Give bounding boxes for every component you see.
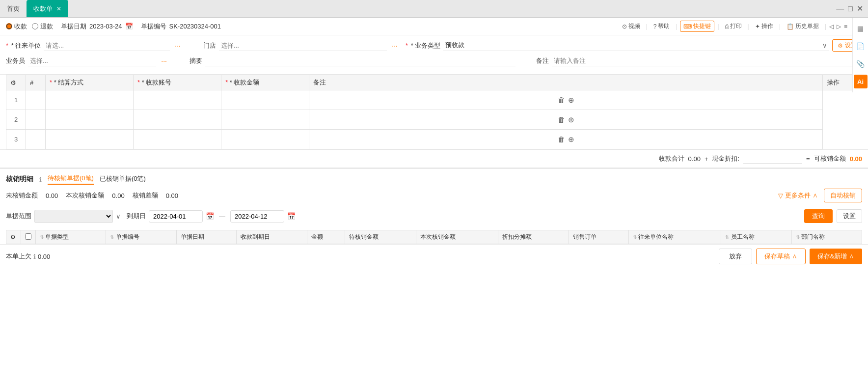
operate-btn[interactable]: ✦ 操作	[752, 21, 776, 31]
store-more-icon[interactable]: ···	[390, 42, 400, 50]
calendar-icon[interactable]: 📅	[125, 23, 133, 30]
discount-input[interactable]	[743, 154, 802, 164]
main-content: 收款 退款 单据日期 2023-03-24 📅 单据编号 SK-20230324…	[0, 18, 868, 391]
salesperson-field: 业务员 ···	[6, 56, 169, 66]
sidebar-doc-icon[interactable]: 📄	[854, 39, 868, 53]
sidebar-table-icon[interactable]: ▦	[854, 22, 868, 35]
nav-prev-icon[interactable]: ◁	[829, 23, 834, 30]
radio-refund[interactable]: 退款	[32, 22, 53, 31]
video-btn[interactable]: ⊙ 视频	[619, 21, 643, 31]
net-value: 0.00	[850, 155, 862, 163]
row3-copy-icon[interactable]: ⊕	[568, 135, 574, 144]
stat-this-label: 本次核销金额	[66, 191, 104, 200]
history-btn[interactable]: 📋 历史单据	[784, 21, 822, 31]
salesperson-more-icon[interactable]: ···	[159, 57, 169, 65]
select-all-checkbox[interactable]	[25, 233, 31, 240]
abandon-btn[interactable]: 放弃	[719, 249, 752, 264]
row1-settlement[interactable]	[26, 90, 46, 110]
maximize-icon[interactable]: □	[848, 4, 853, 13]
print-btn[interactable]: ⎙ 打印	[722, 21, 745, 31]
calendar-from-icon[interactable]: 📅	[206, 212, 214, 220]
bottom-table-wrap: ⚙ ⇅ 单据类型 ⇅ 单据编号	[6, 230, 862, 244]
row2-remarks[interactable]	[221, 110, 309, 130]
hx-tab-pending[interactable]: 待核销单据(0笔)	[48, 174, 94, 185]
list-icon[interactable]: ≡	[844, 23, 847, 30]
row3-amount[interactable]	[134, 130, 221, 149]
date-from-input[interactable]	[149, 210, 203, 223]
row2-copy-icon[interactable]: ⊕	[568, 115, 574, 124]
row2-delete-icon[interactable]: 🗑	[558, 115, 565, 124]
row2-amount[interactable]	[134, 110, 221, 130]
sidebar-ai-icon[interactable]: Ai	[854, 75, 868, 88]
business-type-label: * * 业务类型	[406, 41, 440, 50]
row1-amount[interactable]	[134, 90, 221, 110]
help-btn[interactable]: ? 帮助	[651, 21, 673, 31]
tab-close-icon[interactable]: ✕	[56, 5, 61, 12]
sidebar-attach-icon[interactable]: 📎	[854, 57, 868, 71]
close-icon[interactable]: ✕	[857, 4, 863, 13]
salesperson-input[interactable]	[28, 56, 156, 66]
counterparty-label: * * 往来单位	[6, 41, 41, 50]
range-select[interactable]	[34, 210, 113, 223]
chevron-down-icon: ∨	[822, 42, 827, 49]
btcol-docdate: 单据日期	[176, 230, 236, 244]
info-icon: ℹ	[33, 253, 36, 260]
bt-gear-icon[interactable]: ⚙	[10, 234, 16, 241]
row2-settlement[interactable]	[26, 110, 46, 130]
row1-account[interactable]	[46, 90, 134, 110]
date-dash: —	[217, 213, 227, 220]
remarks-label: 备注	[536, 56, 549, 65]
footer: 本单上欠 ℹ 0.00 放弃 保存草稿 ∧ 保存&新增 ∧	[0, 244, 868, 268]
table-gear-icon[interactable]: ⚙	[10, 79, 16, 86]
btcol-duedate: 收款到期日	[236, 230, 307, 244]
filter-settings-btn[interactable]: 设置	[837, 209, 862, 223]
help-label: 帮助	[658, 22, 670, 30]
radio-refund-input[interactable]	[32, 23, 38, 29]
net-label: 可核销金额	[814, 154, 846, 163]
btcol-amount: 金额	[307, 230, 345, 244]
date-to-input[interactable]	[230, 210, 284, 223]
remarks-input[interactable]	[552, 56, 862, 66]
business-type-select-wrap[interactable]: 预收款 ∨	[443, 40, 829, 51]
filter-icon: ▽	[778, 192, 783, 199]
auto-cancel-btn[interactable]: 自动核销	[824, 189, 862, 202]
store-input[interactable]	[219, 40, 387, 51]
stat-this-value: 0.00	[112, 192, 124, 199]
query-btn[interactable]: 查询	[804, 209, 833, 223]
save-draft-btn[interactable]: 保存草稿 ∧	[756, 249, 806, 264]
form-row-2: 业务员 ··· 摘要 备注	[6, 56, 862, 66]
row1-remarks[interactable]	[221, 90, 309, 110]
hx-tab-done[interactable]: 已核销单据(0笔)	[100, 174, 146, 184]
shortcut-btn[interactable]: ⌨ 快捷键	[680, 21, 714, 32]
window-controls: — □ ✕	[836, 4, 868, 13]
table-row: 3 🗑 ⊕	[6, 130, 862, 149]
row1-copy-icon[interactable]: ⊕	[568, 96, 574, 105]
total-value: 0.00	[688, 155, 701, 163]
radio-receipt-input[interactable]	[6, 23, 12, 29]
row3-delete-icon[interactable]: 🗑	[558, 135, 565, 143]
row3-settlement[interactable]	[26, 130, 46, 149]
radio-receipt[interactable]: 收款	[6, 22, 27, 31]
calendar-to-icon[interactable]: 📅	[287, 212, 296, 220]
minimize-icon[interactable]: —	[836, 4, 844, 13]
row2-account[interactable]	[46, 110, 134, 130]
tab-home[interactable]: 首页	[0, 0, 27, 17]
counterparty-input[interactable]	[44, 40, 170, 51]
btcol-dept: ⇅ 部门名称	[791, 230, 862, 244]
footer-right: 放弃 保存草稿 ∧ 保存&新增 ∧	[719, 249, 862, 264]
row3-remarks[interactable]	[221, 130, 309, 149]
table-row: 1 🗑 ⊕	[6, 90, 862, 110]
gear-icon: ⚙	[838, 42, 843, 49]
video-label: 视频	[628, 22, 640, 30]
row3-num: 3	[6, 130, 26, 149]
more-conditions-btn[interactable]: ▽ 更多条件 ∧	[778, 191, 818, 200]
btcol-gear: ⚙	[6, 230, 21, 244]
nav-next-icon[interactable]: ▷	[837, 23, 841, 30]
row3-account[interactable]	[46, 130, 134, 149]
row1-delete-icon[interactable]: 🗑	[558, 96, 565, 104]
date-field: 单据日期 2023-03-24 📅	[61, 22, 133, 31]
save-new-btn[interactable]: 保存&新增 ∧	[810, 249, 862, 264]
counterparty-more-icon[interactable]: ···	[173, 42, 183, 50]
summary-input[interactable]	[205, 56, 515, 66]
tab-receipt[interactable]: 收款单 ✕	[27, 0, 68, 17]
